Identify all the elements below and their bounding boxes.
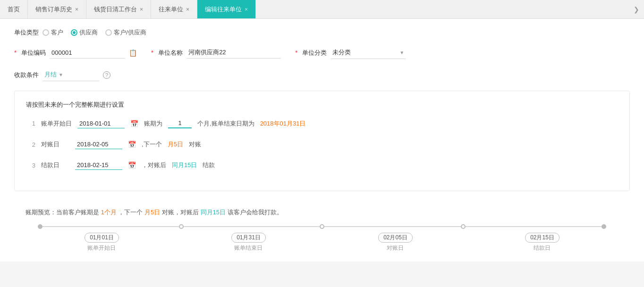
tab-edit-partner-label: 编辑往来单位 [205,5,242,14]
start-date-input[interactable] [77,119,125,128]
unit-code-group: * 单位编码 📋 [14,47,137,59]
payment-chevron-icon: ▼ [59,72,63,77]
row-label-2: 对账日 [41,140,69,149]
payment-prefix: ，对账后 [142,161,166,169]
timeline-section: 01月01日 账单开始日 01月31日 账单结束日 02月05日 对账日 02月… [14,224,630,252]
tl-line-2 [184,226,320,227]
preview-mid2: 对账，对账后 [162,209,199,216]
help-icon[interactable]: ? [103,71,110,79]
payment-row: 收款条件 月结 ▼ ? [14,68,630,81]
preview-prefix: 账期预览：当前客户账期是 [25,209,99,216]
tab-cash-ledger[interactable]: 钱货日清工作台 × [86,0,151,18]
period-title: 请按照未来的一个完整帐期进行设置 [26,101,618,109]
tl-cap-1: 账单开始日 [87,244,116,252]
radio-customer-circle [42,29,49,36]
tab-edit-partner[interactable]: 编辑往来单位 × [197,0,256,18]
end-date-display: 2018年01月31日 [260,119,306,128]
tab-sales-order[interactable]: 销售订单历史 × [28,0,86,18]
tl-badge-1: 01月01日 [85,233,119,243]
unit-code-required: * [14,49,17,56]
unit-class-value: 未分类 [332,48,398,57]
tl-label-2: 01月31日 账单结束日 [231,233,266,252]
tl-line-3 [324,226,461,227]
unit-name-required: * [151,49,153,56]
unit-name-label: 单位名称 [158,49,183,57]
code-name-class-row: * 单位编码 📋 * 单位名称 * 单位分类 未分类 ▼ [14,46,630,59]
tl-line-1 [42,226,179,227]
unit-type-row: 单位类型 客户 供应商 客户/供应商 [14,28,630,37]
preview-date1: 月5日 [144,209,160,216]
unit-class-select[interactable]: 未分类 ▼ [330,46,406,59]
tab-partner-unit-close[interactable]: × [186,6,189,13]
payment-date-input[interactable] [75,160,122,170]
tl-cap-2: 账单结束日 [234,244,263,252]
tab-partner-unit-label: 往来单位 [159,5,183,14]
unit-name-input[interactable] [186,47,281,59]
unit-type-group: 单位类型 客户 供应商 客户/供应商 [14,28,146,37]
reconcile-prefix: ,下一个 [142,140,162,149]
row-label-1: 账单开始日 [41,119,72,128]
tl-cap-3: 对账日 [387,244,404,252]
preview-date2: 同月15日 [201,209,226,216]
unit-name-group: * 单位名称 [151,47,281,59]
radio-supplier[interactable]: 供应商 [71,28,98,37]
row-num-1: 1 [26,120,35,127]
period-months-input[interactable] [168,118,192,128]
setting-row-2: 2 对账日 📅 ,下一个 月5日 对账 [26,140,618,149]
tab-edit-partner-close[interactable]: × [245,6,248,13]
tl-end-dot [602,224,606,229]
preview-period: 1个月 [101,209,117,216]
row-num-2: 2 [26,141,35,148]
reconcile-suffix: 对账 [189,140,201,149]
unit-class-chevron-icon: ▼ [399,50,404,55]
unit-type-label: 单位类型 [14,28,39,37]
row-label-3: 结款日 [41,161,69,169]
payment-label: 收款条件 [14,71,39,79]
tab-cash-ledger-label: 钱货日清工作台 [94,5,137,14]
unit-class-group: * 单位分类 未分类 ▼ [295,46,406,59]
preview-mid1: ，下一个 [118,209,143,216]
unit-class-required: * [295,49,297,56]
unit-code-label: 单位编码 [21,49,46,57]
tab-more-arrow[interactable]: ❯ [629,0,644,18]
tl-cap-4: 结款日 [534,244,551,252]
payment-day-highlight: 同月15日 [172,161,197,169]
row-num-3: 3 [26,162,35,169]
payment-suffix: 结款 [203,161,215,169]
period-box: 请按照未来的一个完整帐期进行设置 1 账单开始日 📅 账期为 个月,账单结束日期… [14,91,630,191]
tab-partner-unit[interactable]: 往来单位 × [151,0,197,18]
tl-label-1: 01月01日 账单开始日 [85,233,119,252]
reconcile-day-highlight: 月5日 [168,140,183,149]
period-text-label: 账期为 [144,119,162,128]
calendar-icon-2[interactable]: 📅 [128,141,136,148]
unit-class-label: 单位分类 [302,49,327,57]
tl-line-4 [466,226,602,227]
tl-badge-3: 02月05日 [378,233,413,243]
radio-customer-label: 客户 [51,28,63,37]
setting-row-3: 3 结款日 📅 ，对账后 同月15日 结款 [26,160,618,170]
radio-both-label: 客户/供应商 [114,28,146,37]
tab-sales-order-label: 销售订单历史 [35,5,72,14]
payment-select[interactable]: 月结 ▼ [42,68,99,81]
tab-home[interactable]: 首页 [0,0,28,18]
payment-group: 收款条件 月结 ▼ ? [14,68,110,81]
unit-code-input[interactable] [50,47,125,59]
preview-suffix: 该客户会给我打款。 [228,209,283,216]
tl-dot-4 [461,224,466,229]
tab-cash-ledger-close[interactable]: × [140,6,143,13]
tl-dot-3 [320,224,324,229]
tab-sales-order-close[interactable]: × [75,6,78,13]
reconcile-date-input[interactable] [75,140,122,149]
tl-dot-2 [179,224,184,229]
tl-label-3: 02月05日 对账日 [378,233,413,252]
calendar-icon-1[interactable]: 📅 [130,120,138,127]
tl-start-dot [38,224,42,229]
calendar-icon-3[interactable]: 📅 [128,161,136,169]
tab-home-label: 首页 [8,5,20,14]
radio-customer[interactable]: 客户 [42,28,63,37]
main-content: 单位类型 客户 供应商 客户/供应商 * 单位编码 [0,19,644,262]
unit-type-radios: 客户 供应商 客户/供应商 [42,28,146,37]
copy-icon[interactable]: 📋 [129,49,137,57]
radio-both[interactable]: 客户/供应商 [105,28,146,37]
setting-row-1: 1 账单开始日 📅 账期为 个月,账单结束日期为 2018年01月31日 [26,118,618,128]
